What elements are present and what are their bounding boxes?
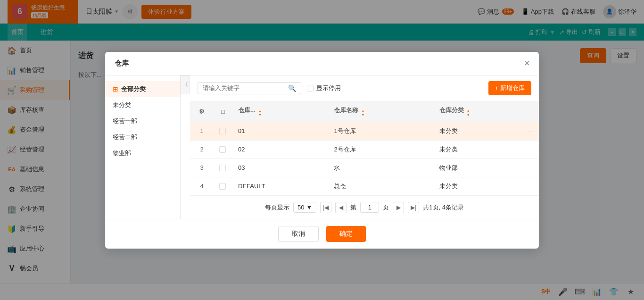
sort-arrows-code: ▲▼	[258, 109, 262, 117]
row-num: 4	[190, 177, 214, 195]
per-page-selector[interactable]: 50 ▼	[293, 202, 316, 213]
modal-body: ⊞ 全部分类 未分类 经营一部 经营二部 物业部 《	[105, 75, 539, 219]
confirm-button[interactable]: 确定	[326, 226, 366, 242]
row-code: 02	[232, 140, 328, 158]
category-operation2[interactable]: 经营二部	[105, 129, 180, 145]
page-suffix: 页	[383, 203, 389, 212]
modal-toolbar: 🔍 显示停用 + 新增仓库	[190, 75, 539, 101]
next-page-button[interactable]: ▶	[393, 202, 404, 213]
row-code: 01	[232, 122, 328, 140]
row-category: 未分类	[434, 140, 539, 158]
search-input[interactable]	[203, 84, 288, 92]
row-code: DEFAULT	[232, 177, 328, 195]
col-name[interactable]: 仓库名称 ▲▼	[328, 101, 433, 122]
cancel-button[interactable]: 取消	[278, 226, 319, 242]
category-sidebar: ⊞ 全部分类 未分类 经营一部 经营二部 物业部	[105, 75, 181, 219]
col-category[interactable]: 仓库分类 ▲▼	[434, 101, 539, 122]
sort-arrows-category: ▲▼	[466, 109, 470, 117]
modal-title: 仓库	[115, 59, 129, 68]
modal-main: 🔍 显示停用 + 新增仓库 ⚙ □	[190, 75, 539, 219]
last-page-button[interactable]: ▶|	[408, 202, 419, 213]
category-uncategorized[interactable]: 未分类	[105, 97, 180, 113]
table-row[interactable]: 3 03 水 物业部	[190, 158, 539, 177]
col-settings[interactable]: ⚙	[190, 101, 214, 122]
row-check[interactable]	[214, 140, 232, 158]
sort-arrows-name: ▲▼	[361, 109, 365, 117]
first-page-button[interactable]: |◀	[320, 202, 331, 213]
table-row[interactable]: 2 02 2号仓库 未分类	[190, 140, 539, 158]
table-row[interactable]: 4 DEFAULT 总仓 未分类	[190, 177, 539, 195]
total-info: 共1页, 4条记录	[423, 203, 464, 212]
modal-header: 仓库 ×	[105, 52, 539, 75]
category-all[interactable]: ⊞ 全部分类	[105, 81, 180, 97]
modal-close-button[interactable]: ×	[524, 58, 529, 68]
row-name: 总仓	[328, 177, 433, 195]
row-name: 1号仓库	[328, 122, 433, 140]
add-warehouse-button[interactable]: + 新增仓库	[488, 81, 531, 95]
warehouse-table: ⚙ □ 仓库... ▲▼ 仓库名称 ▲▼	[190, 101, 539, 196]
grid-icon: ⊞	[113, 85, 118, 93]
col-code[interactable]: 仓库... ▲▼	[232, 101, 328, 122]
per-page-label: 每页显示	[265, 203, 289, 212]
page-label: 第	[350, 203, 356, 212]
disabled-checkbox[interactable]	[307, 85, 314, 92]
warehouse-modal: 仓库 × ⊞ 全部分类 未分类 经营一部 经营二部	[105, 52, 539, 249]
pagination: 每页显示 50 ▼ |◀ ◀ 第 页 ▶ ▶| 共1页, 4条记录	[190, 196, 539, 219]
row-check[interactable]	[214, 158, 232, 177]
sidebar-collapse-button[interactable]: 《	[181, 75, 190, 94]
category-operation1[interactable]: 经营一部	[105, 113, 180, 129]
row-check[interactable]	[214, 177, 232, 195]
row-num: 2	[190, 140, 214, 158]
table-row[interactable]: 1 01 1号仓库 未分类 ···	[190, 122, 539, 140]
row-name: 2号仓库	[328, 140, 433, 158]
row-num: 1	[190, 122, 214, 140]
search-icon[interactable]: 🔍	[288, 84, 296, 92]
col-checkbox[interactable]: □	[214, 101, 232, 122]
row-category: 物业部	[434, 158, 539, 177]
row-check[interactable]	[214, 122, 232, 140]
modal-footer: 取消 确定	[105, 219, 539, 249]
row-category: 未分类 ···	[434, 122, 539, 140]
modal-overlay: 仓库 × ⊞ 全部分类 未分类 经营一部 经营二部	[0, 0, 644, 300]
category-property[interactable]: 物业部	[105, 145, 180, 161]
prev-page-button[interactable]: ◀	[335, 202, 347, 213]
search-box: 🔍	[198, 82, 301, 94]
row-num: 3	[190, 158, 214, 177]
row-name: 水	[328, 158, 433, 177]
row-category: 未分类	[434, 177, 539, 195]
row-code: 03	[232, 158, 328, 177]
page-input[interactable]	[360, 202, 379, 213]
show-disabled-checkbox: 显示停用	[307, 84, 341, 92]
